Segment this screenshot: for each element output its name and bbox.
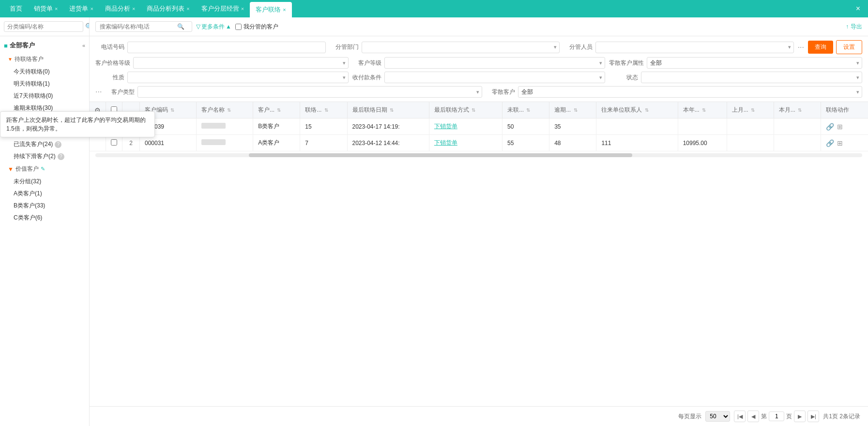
action-grid-icon-2[interactable]: ⊞ — [837, 139, 843, 147]
sidebar-item-ungroup[interactable]: 未分组(32) — [0, 176, 89, 188]
nav-customer-segment[interactable]: 客户分层经营 × — [196, 0, 250, 17]
nav-product-analysis[interactable]: 商品分析 × — [99, 0, 141, 17]
department-select[interactable] — [362, 42, 560, 53]
sidebar-item-class-b[interactable]: B类客户(33) — [0, 200, 89, 212]
price-level-select[interactable] — [133, 57, 349, 69]
td-uncontacted-1: 50 — [503, 118, 549, 135]
sort-method-icon[interactable]: ⇅ — [472, 107, 475, 113]
my-customers-checkbox[interactable]: 我分管的客户 — [235, 23, 278, 31]
content-area: 🔍 ▽ 更多条件 ▲ 我分管的客户 ↑ 导出 电话号码 — [90, 17, 868, 426]
export-button[interactable]: ↑ 导出 — [846, 23, 862, 31]
nav-sales-close[interactable]: × — [55, 6, 58, 12]
nav-product-list[interactable]: 商品分析列表 × — [141, 0, 195, 17]
setting-button[interactable]: 设置 — [836, 40, 862, 54]
edit-icon[interactable]: ✎ — [41, 166, 45, 172]
action-link-icon-1[interactable]: 🔗 — [826, 123, 834, 131]
sidebar-item-class-a[interactable]: A类客户(1) — [0, 188, 89, 200]
sidebar-section-value[interactable]: ▼ 价值客户 ✎ — [0, 162, 89, 176]
sort-this-month-icon[interactable]: ⇅ — [798, 107, 802, 113]
page-prev-button[interactable]: ◀ — [747, 411, 759, 422]
page-first-button[interactable]: |◀ — [734, 411, 746, 422]
sidebar-item-today[interactable]: 今天待联络(0) — [0, 66, 89, 78]
sort-overdue-icon[interactable]: ⇅ — [574, 107, 578, 113]
customer-level-select[interactable] — [384, 57, 606, 69]
retail-customer-select[interactable]: 全部 — [518, 86, 862, 98]
row-checkbox-2[interactable] — [111, 139, 117, 146]
sidebar-section-pending[interactable]: ▼ 待联络客户 — [0, 53, 89, 66]
horizontal-scrollbar[interactable] — [95, 153, 862, 157]
sidebar-item-tomorrow[interactable]: 明天待联络(1) — [0, 78, 89, 90]
sidebar-search-input[interactable] — [4, 21, 83, 32]
filter-customer-type: 客户类型 — [106, 86, 482, 98]
sidebar-item-class-c[interactable]: C类客户(6) — [0, 212, 89, 224]
per-page-select[interactable]: 50 20 100 — [705, 411, 730, 422]
main-search-icon[interactable]: 🔍 — [177, 23, 184, 30]
help-icon-declining[interactable]: ? — [58, 153, 64, 160]
query-button[interactable]: 查询 — [808, 41, 833, 54]
help-icon-churned[interactable]: ? — [55, 141, 61, 148]
sort-uncontacted-icon[interactable]: ⇅ — [526, 107, 530, 113]
page-next-button[interactable]: ▶ — [794, 411, 806, 422]
nav-customer-contact-close[interactable]: × — [283, 7, 286, 13]
last-method-link-2[interactable]: 下销货单 — [434, 139, 457, 146]
nav-product-list-close[interactable]: × — [186, 6, 189, 12]
status-select[interactable] — [641, 72, 862, 83]
page-last-button[interactable]: ▶| — [807, 411, 819, 422]
page-number-input[interactable] — [769, 411, 784, 421]
manager-dots[interactable]: ··· — [798, 43, 804, 52]
nav-customer-segment-close[interactable]: × — [241, 6, 244, 12]
td-last-month-2 — [727, 135, 774, 151]
nav-customer-contact[interactable]: 客户联络 × — [250, 2, 291, 17]
page-label: 第 — [761, 412, 767, 421]
retail-customer-label: 零散客户 — [486, 88, 515, 96]
filter-icon: ▽ — [196, 23, 200, 30]
action-grid-icon-1[interactable]: ⊞ — [837, 123, 843, 131]
window-close-button[interactable]: × — [852, 4, 864, 13]
nav-product-analysis-close[interactable]: × — [132, 6, 135, 12]
td-category-2: A类客户 — [253, 135, 300, 151]
th-contact: 联络... ⇅ — [300, 102, 347, 118]
sort-contact-icon[interactable]: ⇅ — [324, 107, 328, 113]
last-method-link-1[interactable]: 下销货单 — [434, 123, 457, 130]
sort-category-icon[interactable]: ⇅ — [277, 107, 281, 113]
sidebar-item-declining[interactable]: 持续下滑客户(2) ? — [0, 150, 89, 162]
phone-input[interactable] — [127, 42, 326, 53]
customer-type-label: 客户类型 — [106, 88, 135, 96]
nav-purchase-close[interactable]: × — [90, 6, 93, 12]
retail-attribute-select[interactable]: 全部 — [647, 57, 862, 69]
nav-sales[interactable]: 销货单 × — [28, 0, 63, 17]
nav-purchase[interactable]: 进货单 × — [63, 0, 99, 17]
customer-table: ⚙ 客户编码 ⇅ 客户名称 ⇅ — [90, 102, 868, 151]
sidebar-item-7days[interactable]: 近7天待联络(0) — [0, 90, 89, 102]
sort-name-icon[interactable]: ⇅ — [227, 107, 231, 113]
payment-select[interactable] — [384, 72, 606, 83]
collapse-icon[interactable]: « — [82, 43, 85, 48]
td-last-date-1: 2023-04-17 14:19: — [347, 118, 429, 135]
status-label: 状态 — [609, 73, 638, 82]
sidebar-all-customers[interactable]: ■ 全部客户 « — [0, 38, 89, 53]
scrollbar-thumb[interactable] — [249, 153, 632, 157]
row4-dots[interactable]: ··· — [95, 88, 102, 96]
sidebar-item-churned[interactable]: 已流失客户(24) ? — [0, 138, 89, 150]
gender-select[interactable] — [127, 72, 349, 83]
gender-select-wrap — [127, 72, 349, 83]
manager-select[interactable] — [595, 42, 794, 53]
filter-status: 状态 — [609, 72, 862, 83]
my-customers-check[interactable] — [235, 24, 242, 30]
sort-last-month-icon[interactable]: ⇅ — [751, 107, 755, 113]
top-nav-right: × — [852, 4, 864, 13]
filter-department: 分管部门 — [330, 42, 560, 53]
customer-type-select[interactable] — [137, 86, 482, 98]
td-contact-2: 7 — [300, 135, 347, 151]
sort-year-icon[interactable]: ⇅ — [702, 107, 706, 113]
customer-level-label: 客户等级 — [352, 59, 381, 67]
action-link-icon-2[interactable]: 🔗 — [826, 139, 834, 147]
sort-code-icon[interactable]: ⇅ — [170, 107, 174, 113]
more-conditions-button[interactable]: ▽ 更多条件 ▲ — [196, 23, 231, 31]
nav-home[interactable]: 首页 — [4, 0, 28, 17]
sidebar-search-icon[interactable]: 🔍 — [85, 23, 90, 30]
main-search-input[interactable] — [100, 23, 177, 30]
sort-date-icon[interactable]: ⇅ — [390, 107, 394, 113]
sort-unit-icon[interactable]: ⇅ — [645, 107, 649, 113]
price-level-label: 客户价格等级 — [95, 59, 130, 67]
